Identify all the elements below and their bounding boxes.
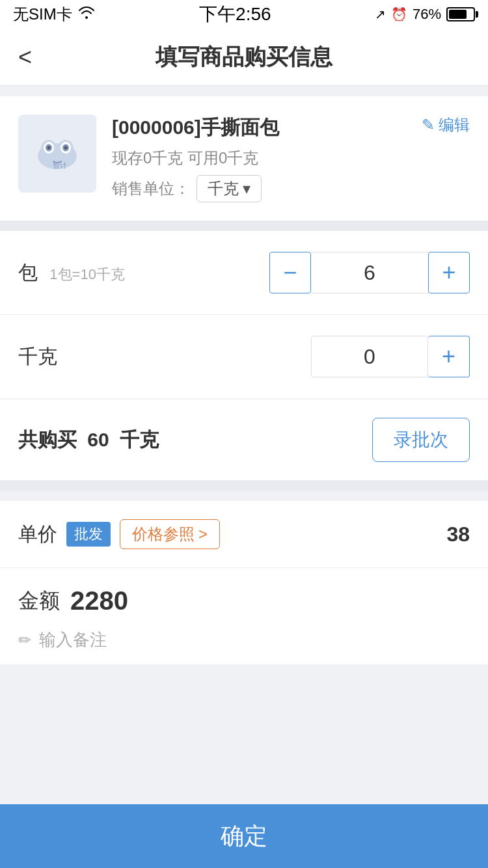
pack-input[interactable]: [311, 252, 428, 293]
kg-controls: +: [311, 336, 470, 377]
price-ref-button[interactable]: 价格参照 >: [120, 519, 220, 549]
total-row: 共购买 60 千克 录批次: [0, 399, 488, 480]
product-unit: 销售单位： 千克 ▾: [112, 175, 470, 202]
price-section: 单价 批发 价格参照 > 38: [0, 501, 488, 567]
battery-icon: [446, 7, 475, 21]
kg-plus-button[interactable]: +: [428, 336, 470, 377]
total-text: 共购买 60 千克: [18, 427, 372, 454]
kg-label: 千克: [18, 344, 311, 370]
remark-row[interactable]: ✏ 输入备注: [18, 629, 470, 651]
product-info: [0000006]手撕面包 现存0千克 可用0千克 销售单位： 千克 ▾: [112, 115, 470, 202]
svg-text:智计: 智计: [53, 161, 67, 169]
price-ref-arrow: >: [198, 525, 208, 543]
pack-label: 包 1包=10千克: [18, 260, 269, 286]
carrier-label: 无SIM卡: [13, 4, 72, 25]
quantity-section: 包 1包=10千克 − + 千克 + 共购买 60 千克 录批次: [0, 231, 488, 480]
total-amount: 60: [87, 429, 109, 450]
edit-icon: ✎: [422, 116, 435, 134]
nav-bar: < 填写商品购买信息: [0, 29, 488, 86]
product-card: 智计 [0000006]手撕面包 现存0千克 可用0千克 销售单位： 千克 ▾ …: [0, 96, 488, 221]
remark-placeholder: 输入备注: [39, 629, 107, 651]
location-icon: ↗: [375, 7, 386, 22]
wifi-icon: [77, 5, 96, 23]
svg-point-7: [47, 146, 51, 149]
section-divider-1: [0, 221, 488, 231]
status-right: ↗ ⏰ 76%: [375, 6, 475, 23]
price-tag: 批发: [66, 522, 111, 547]
status-bar: 无SIM卡 下午2:56 ↗ ⏰ 76%: [0, 0, 488, 29]
confirm-label: 确定: [221, 821, 267, 852]
back-button[interactable]: <: [18, 44, 32, 71]
pack-plus-button[interactable]: +: [428, 252, 470, 293]
battery-percent: 76%: [413, 6, 441, 23]
batch-button[interactable]: 录批次: [372, 418, 470, 462]
product-name: [0000006]手撕面包: [112, 115, 470, 141]
section-divider-2: [0, 480, 488, 491]
pack-controls: − +: [269, 252, 470, 293]
product-logo: 智计: [34, 131, 80, 176]
amount-row: 金额 2280: [18, 586, 470, 616]
svg-point-8: [64, 146, 68, 149]
kg-row: 千克 +: [0, 315, 488, 399]
kg-input[interactable]: [311, 336, 428, 377]
amount-section: 金额 2280 ✏ 输入备注: [0, 567, 488, 664]
unit-select[interactable]: 千克 ▾: [197, 175, 262, 202]
price-value: 38: [446, 522, 470, 547]
amount-value: 2280: [70, 586, 128, 616]
pack-hint: 1包=10千克: [49, 266, 125, 282]
alarm-icon: ⏰: [391, 7, 407, 22]
price-row: 单价 批发 价格参照 > 38: [18, 519, 470, 549]
price-label: 单价: [18, 521, 57, 548]
page-title: 填写商品购买信息: [156, 42, 332, 72]
pack-row: 包 1包=10千克 − +: [0, 231, 488, 315]
edit-button[interactable]: ✎ 编辑: [422, 115, 470, 135]
pencil-icon: ✏: [18, 631, 31, 649]
pack-minus-button[interactable]: −: [269, 252, 311, 293]
confirm-bar[interactable]: 确定: [0, 804, 488, 868]
status-left: 无SIM卡: [13, 4, 96, 25]
status-time: 下午2:56: [199, 2, 271, 27]
product-stock: 现存0千克 可用0千克: [112, 148, 470, 169]
amount-label: 金额: [18, 587, 60, 616]
product-image: 智计: [18, 115, 96, 193]
